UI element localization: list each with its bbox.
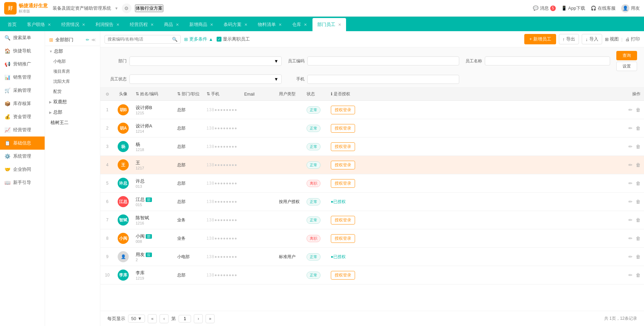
dept-edit-icon[interactable]: ✏ [86, 37, 89, 42]
col-phone-header[interactable]: ⇅ 手机 [203, 88, 241, 101]
edit-icon[interactable]: ✏ [628, 236, 633, 241]
delete-icon[interactable]: 🗑 [636, 162, 641, 168]
delete-icon[interactable]: 🗑 [636, 107, 641, 113]
edit-icon[interactable]: ✏ [628, 199, 633, 204]
last-page-btn[interactable]: » [206, 314, 215, 323]
dept-group-shuanglu[interactable]: ▶ 双鹿想 [45, 97, 100, 107]
per-page-select[interactable]: 50 ▼ [128, 315, 145, 323]
nav-tab-客户联络[interactable]: 客户联络✕ [22, 18, 56, 31]
search-input-wrap[interactable]: 🔍 [105, 35, 181, 44]
delete-icon[interactable]: 🗑 [636, 180, 641, 186]
dept-item-xiaodianbu[interactable]: 小电部 [45, 56, 100, 67]
edit-icon[interactable]: ✏ [628, 125, 633, 131]
edit-icon[interactable]: ✏ [628, 217, 633, 223]
col-settings[interactable]: ⚙ [100, 88, 114, 101]
sidebar-item-系统管理[interactable]: ⚙️系统管理 [0, 150, 45, 163]
edit-icon[interactable]: ✏ [628, 144, 633, 149]
dept-collapse-icon[interactable]: ≪ [91, 37, 96, 42]
print-btn[interactable]: 🖨 打印 [625, 36, 640, 42]
delete-icon[interactable]: 🗑 [636, 272, 641, 278]
query-btn[interactable]: 查询 [616, 51, 637, 60]
sidebar-item-销售管理[interactable]: 📊销售管理 [0, 71, 45, 84]
app-download-btn[interactable]: 📱 App下载 [561, 5, 585, 11]
edit-icon[interactable]: ✏ [628, 180, 633, 186]
next-page-btn[interactable]: › [194, 314, 203, 323]
phone-input[interactable] [307, 75, 460, 84]
dept-item-peihuo[interactable]: 配货 [45, 87, 100, 97]
close-tab-icon[interactable]: ✕ [48, 23, 51, 27]
settings-icon[interactable]: ⚙ [122, 3, 131, 13]
auth-btn[interactable]: 授权登录 [331, 142, 355, 151]
reset-btn[interactable]: 设置 [616, 62, 637, 71]
export-btn[interactable]: ↑ 导出 [559, 34, 579, 44]
sidebar-item-库存核算[interactable]: 📦库存核算 [0, 97, 45, 110]
dept-group-zongbu2[interactable]: ▶ 总部 [45, 107, 100, 117]
dropdown-arrow-icon[interactable]: ▼ [115, 6, 118, 10]
try-btn[interactable]: 体验行业方案 [135, 5, 163, 12]
auth-btn[interactable]: 授权登录 [331, 179, 355, 188]
close-tab-icon[interactable]: ✕ [279, 23, 282, 27]
show-resigned-toggle[interactable]: ✓ 显示离职员工 [217, 36, 250, 42]
auth-btn[interactable]: 授权登录 [331, 216, 355, 224]
sidebar-item-经营管理[interactable]: 📈经营管理 [0, 123, 45, 136]
dept-all-header[interactable]: ⊞ 全部部门 ✏ ≪ [45, 34, 100, 46]
nav-tab-经营历程[interactable]: 经营历程✕ [125, 18, 158, 31]
online-service-btn[interactable]: 🎧 在线客服 [591, 5, 616, 11]
close-tab-icon[interactable]: ✕ [210, 23, 213, 27]
sidebar-item-营销推广[interactable]: 📢营销推广 [0, 58, 45, 71]
auth-btn[interactable]: 授权登录 [331, 161, 355, 169]
close-tab-icon[interactable]: ✕ [338, 23, 341, 27]
sidebar-item-企业协同[interactable]: 🤝企业协同 [0, 163, 45, 176]
nav-tab-仓库[interactable]: 仓库✕ [287, 18, 312, 31]
dept-select[interactable]: ▼ [129, 56, 282, 66]
delete-icon[interactable]: 🗑 [636, 254, 641, 259]
import-btn[interactable]: ↓ 导入 [582, 34, 602, 44]
sidebar-item-搜索菜单[interactable]: 🔍搜索菜单 [0, 31, 45, 44]
dept-group-zongbu[interactable]: ▼ 总部 [45, 46, 100, 56]
view-btn[interactable]: ⊞ 视图 [605, 36, 619, 42]
close-tab-icon[interactable]: ✕ [176, 23, 179, 27]
edit-icon[interactable]: ✏ [628, 162, 633, 168]
auth-btn[interactable]: 授权登录 [331, 124, 355, 133]
nav-tab-利润报告[interactable]: 利润报告✕ [91, 18, 124, 31]
nav-tab-新增商品[interactable]: 新增商品✕ [184, 18, 218, 31]
auth-btn[interactable]: 授权登录 [331, 271, 355, 280]
more-conditions-btn[interactable]: ⊞ 更多条件 ▲ [184, 36, 213, 42]
nav-tab-部门员工[interactable]: 部门员工✕ [312, 18, 346, 31]
close-tab-icon[interactable]: ✕ [82, 23, 85, 27]
delete-icon[interactable]: 🗑 [636, 236, 641, 241]
message-btn[interactable]: 💬 消息 5 [533, 5, 556, 11]
edit-icon[interactable]: ✏ [628, 254, 633, 259]
close-tab-icon[interactable]: ✕ [244, 23, 247, 27]
col-name-header[interactable]: ⇅ 姓名/编码 [132, 88, 174, 101]
auth-btn[interactable]: 授权登录 [331, 234, 355, 243]
delete-icon[interactable]: 🗑 [636, 199, 641, 204]
status-select[interactable]: ▼ [129, 74, 282, 84]
dept-group-zhishu[interactable]: 植树王二 [45, 117, 100, 128]
auth-btn[interactable]: 授权登录 [331, 106, 355, 114]
delete-icon[interactable]: 🗑 [636, 144, 641, 149]
dept-item-shenyangdaku[interactable]: 沈阳大库 [45, 77, 100, 87]
col-auth-header[interactable]: ℹ 是否授权 [327, 88, 369, 101]
nav-tab-首页[interactable]: 首页 [3, 18, 21, 31]
edit-icon[interactable]: ✏ [628, 272, 633, 278]
emp-name-input[interactable] [485, 56, 610, 65]
delete-icon[interactable]: 🗑 [636, 125, 641, 131]
delete-icon[interactable]: 🗑 [636, 217, 641, 223]
first-page-btn[interactable]: « [148, 314, 157, 323]
dept-item-xiangmukufang[interactable]: 项目库房 [45, 67, 100, 77]
sidebar-item-采购管理[interactable]: 🛒采购管理 [0, 84, 45, 97]
close-tab-icon[interactable]: ✕ [304, 23, 307, 27]
current-page-input[interactable] [179, 315, 191, 323]
col-dept-header[interactable]: ⇅ 部门/职位 [174, 88, 203, 101]
add-employee-btn[interactable]: + 新增员工 [524, 34, 556, 44]
emp-code-input[interactable] [307, 56, 460, 65]
search-input[interactable] [108, 37, 171, 42]
sidebar-item-快捷导航[interactable]: 🏠快捷导航 [0, 44, 45, 58]
user-avatar-area[interactable]: 👤 用友 [621, 4, 640, 12]
nav-tab-条码方案[interactable]: 条码方案✕ [219, 18, 252, 31]
close-tab-icon[interactable]: ✕ [151, 23, 154, 27]
nav-tab-物料清单[interactable]: 物料清单✕ [253, 18, 287, 31]
sidebar-item-基础信息[interactable]: 📋基础信息 [0, 136, 45, 150]
close-tab-icon[interactable]: ✕ [116, 23, 119, 27]
